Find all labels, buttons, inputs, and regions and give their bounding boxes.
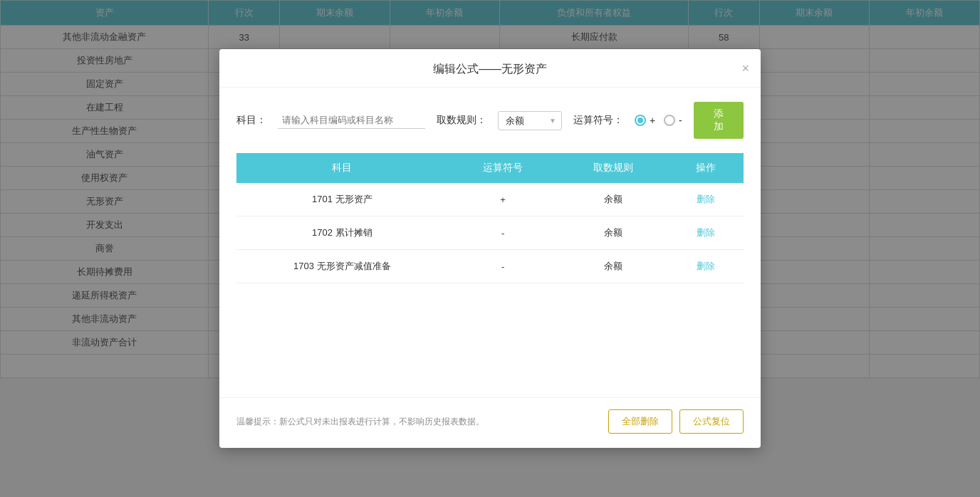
col-rule: 取数规则 (558, 153, 669, 183)
row-operator: - (448, 250, 558, 283)
operator-plus-radio[interactable]: + (635, 115, 655, 126)
row-subject: 1703 无形资产减值准备 (236, 250, 448, 283)
close-button[interactable]: × (741, 62, 749, 75)
modal-title: 编辑公式——无形资产 (433, 63, 547, 75)
table-header-row: 科目 运算符号 取数规则 操作 (236, 153, 744, 183)
delete-button[interactable]: 删除 (697, 227, 715, 238)
hint-text: 温馨提示：新公式只对未出报表进行计算，不影响历史报表数据。 (236, 416, 484, 428)
reset-formula-button[interactable]: 公式复位 (679, 409, 744, 434)
row-operator: - (448, 216, 558, 250)
footer-buttons: 全部删除 公式复位 (608, 409, 744, 434)
operator-label: 运算符号： (573, 114, 623, 127)
table-row: 1702 累计摊销 - 余额 删除 (236, 216, 744, 250)
formula-table: 科目 运算符号 取数规则 操作 1701 无形资产 + 余额 删除 (236, 153, 744, 283)
row-subject: 1702 累计摊销 (236, 216, 448, 250)
subject-label: 科目： (236, 114, 266, 127)
table-row: 1703 无形资产减值准备 - 余额 删除 (236, 250, 744, 283)
radio-circle-plus (635, 115, 646, 126)
rule-label: 取数规则： (437, 114, 486, 127)
col-action: 操作 (668, 153, 744, 183)
form-row: 科目： 取数规则： 余额 借方 贷方 借方发生额 贷方发生额 ▼ 运算符号 (236, 102, 744, 139)
col-subject: 科目 (236, 153, 448, 183)
modal-overlay: 编辑公式——无形资产 × 科目： 取数规则： 余额 借方 贷方 借方发生额 (0, 0, 980, 497)
operator-plus-label: + (650, 115, 655, 126)
rule-select-wrap: 余额 借方 贷方 借方发生额 贷方发生额 ▼ (498, 111, 562, 130)
edit-formula-modal: 编辑公式——无形资产 × 科目： 取数规则： 余额 借方 贷方 借方发生额 (219, 49, 761, 448)
row-action: 删除 (668, 216, 744, 250)
operator-minus-label: - (679, 115, 682, 126)
row-rule: 余额 (558, 183, 669, 216)
col-operator: 运算符号 (448, 153, 558, 183)
subject-input[interactable] (278, 112, 425, 129)
table-row: 1701 无形资产 + 余额 删除 (236, 183, 744, 216)
delete-button[interactable]: 删除 (697, 261, 715, 271)
row-action: 删除 (668, 250, 744, 283)
row-action: 删除 (668, 183, 744, 216)
modal-footer: 温馨提示：新公式只对未出报表进行计算，不影响历史报表数据。 全部删除 公式复位 (219, 397, 761, 448)
radio-circle-minus (664, 115, 675, 126)
delete-button[interactable]: 删除 (697, 194, 715, 204)
add-button[interactable]: 添加 (694, 102, 744, 139)
row-rule: 余额 (558, 216, 669, 250)
operator-minus-radio[interactable]: - (664, 115, 682, 126)
row-rule: 余额 (558, 250, 669, 283)
modal-body: 科目： 取数规则： 余额 借方 贷方 借方发生额 贷方发生额 ▼ 运算符号 (219, 88, 761, 397)
page-container: 资产 行次 期末余额 年初余额 负债和所有者权益 行次 期末余额 年初余额 其他… (0, 0, 980, 497)
row-subject: 1701 无形资产 (236, 183, 448, 216)
delete-all-button[interactable]: 全部删除 (608, 409, 672, 434)
modal-header: 编辑公式——无形资产 × (219, 49, 761, 88)
rule-select[interactable]: 余额 借方 贷方 借方发生额 贷方发生额 (498, 111, 562, 130)
operator-radio-group: + - (635, 115, 682, 126)
row-operator: + (448, 183, 558, 216)
